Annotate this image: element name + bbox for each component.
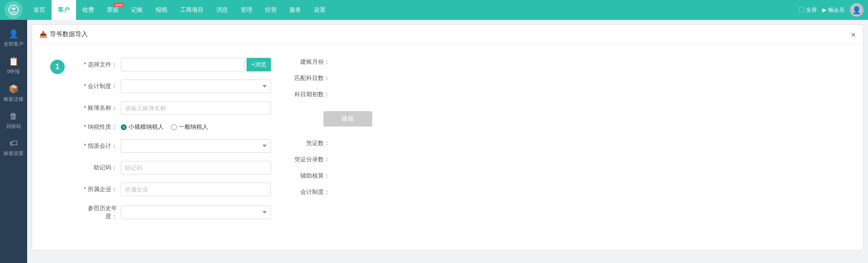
sidebar-label-migrate: 账套迁移 <box>4 96 24 103</box>
close-button[interactable]: × <box>851 30 856 40</box>
initial-balance-row: 科目期初数： <box>289 90 407 99</box>
ledger-name-label: * 账簿名称： <box>81 104 117 112</box>
tax-type-label: * 纳税性质： <box>81 123 117 131</box>
company-row: * 所属企业： <box>81 183 271 196</box>
accountant-select[interactable] <box>121 139 271 153</box>
nav-invoices[interactable]: 票据 new <box>100 0 125 20</box>
right-accounting-system-label: 会计制度： <box>289 188 330 196</box>
all-clients-icon: 👤 <box>9 29 19 39</box>
nav-operation[interactable]: 经营 <box>259 0 283 20</box>
trash-icon: 🗑 <box>9 112 18 121</box>
form-left: * 选择文件： +浏览 * 会计制度： <box>81 58 271 221</box>
history-year-row: 参照历史年度： <box>81 204 271 221</box>
nav-right: ⛶ 全屏 ▶ 畅会员 👤 <box>799 3 863 17</box>
declare-icon: 📋 <box>9 56 19 66</box>
build-month-label: 建账月份： <box>289 58 330 66</box>
ledger-name-input[interactable] <box>121 101 271 115</box>
radio-general-label: 一般纳税人 <box>179 123 208 131</box>
voucher-entries-row: 凭证分录数： <box>289 155 407 164</box>
browse-button[interactable]: +浏览 <box>247 58 271 71</box>
radio-small-input[interactable] <box>121 124 127 130</box>
voucher-entries-label: 凭证分录数： <box>289 155 330 164</box>
fullscreen-label: 全屏 <box>806 6 817 14</box>
radio-general-input[interactable] <box>171 124 177 130</box>
ledger-name-row: * 账簿名称： <box>81 101 271 115</box>
company-label: * 所属企业： <box>81 185 117 193</box>
nav-manage[interactable]: 管理 <box>234 0 259 20</box>
history-year-label: 参照历史年度： <box>81 204 117 221</box>
build-account-button[interactable]: 建账 <box>323 111 372 127</box>
sidebar: 👤 全部客户 📋 0申报 📦 账套迁移 🗑 回收站 🏷 标签设置 <box>0 20 27 263</box>
member-button[interactable]: ▶ 畅会员 <box>822 6 844 14</box>
migrate-icon: 📦 <box>9 84 19 94</box>
aux-accounting-label: 辅助核算： <box>289 172 330 180</box>
accounting-system-select[interactable] <box>121 80 271 93</box>
app-logo <box>5 1 23 19</box>
nav-settings[interactable]: 设置 <box>308 0 332 20</box>
file-input[interactable] <box>121 58 245 71</box>
vouchers-row: 凭证数： <box>289 139 407 147</box>
right-accounting-system-row: 会计制度： <box>289 188 407 196</box>
new-badge: new <box>114 3 124 7</box>
file-label: * 选择文件： <box>81 61 117 69</box>
tax-type-row: * 纳税性质： 小规模纳税人 一般纳税人 <box>81 123 271 131</box>
sidebar-label-declare: 0申报 <box>7 68 20 75</box>
tax-radio-group: 小规模纳税人 一般纳税人 <box>121 123 208 131</box>
accounting-system-label: * 会计制度： <box>81 82 117 90</box>
sidebar-label-all-clients: 全部客户 <box>4 41 24 47</box>
radio-small-label: 小规模纳税人 <box>128 123 164 131</box>
dialog-card: 📥 导爷数据导入 × 1 * 选择文件： <box>32 24 863 250</box>
step-indicator: 1 <box>50 58 65 74</box>
file-input-row: +浏览 <box>121 58 271 71</box>
nav-business[interactable]: 工商项目 <box>174 0 210 20</box>
nav-bookkeeping[interactable]: 记账 <box>125 0 149 20</box>
nav-items: 首页 客户 收费 票据 new 记账 报税 工商项目 消息 管理 经营 服务 设… <box>27 0 799 20</box>
radio-general-taxpayer[interactable]: 一般纳税人 <box>171 123 208 131</box>
step-circle: 1 <box>50 60 65 74</box>
accountant-row: * 指派会计： <box>81 139 271 153</box>
top-nav: 首页 客户 收费 票据 new 记账 报税 工商项目 消息 管理 经营 服务 设… <box>0 0 868 20</box>
initial-balance-label: 科目期初数： <box>289 90 330 99</box>
member-icon: ▶ <box>822 7 826 13</box>
aux-accounting-row: 辅助核算： <box>289 172 407 180</box>
avatar-icon: 👤 <box>852 6 861 14</box>
sidebar-item-all-clients[interactable]: 👤 全部客户 <box>0 24 27 52</box>
main-content: 📥 导爷数据导入 × 1 * 选择文件： <box>27 20 868 263</box>
nav-billing[interactable]: 收费 <box>76 0 100 20</box>
form-right: 建账月份： 匹配科目数： 科目期初数： 建账 <box>289 58 407 196</box>
build-month-row: 建账月份： <box>289 58 407 66</box>
nav-messages[interactable]: 消息 <box>210 0 234 20</box>
sidebar-item-declare[interactable]: 📋 0申报 <box>0 52 27 80</box>
nav-clients[interactable]: 客户 <box>52 0 76 20</box>
sidebar-label-tags: 标签设置 <box>4 150 24 157</box>
match-subjects-row: 匹配科目数： <box>289 74 407 82</box>
nav-tax[interactable]: 报税 <box>149 0 174 20</box>
company-input[interactable] <box>121 183 271 196</box>
memo-input[interactable] <box>121 161 271 174</box>
fullscreen-icon: ⛶ <box>799 7 804 13</box>
match-subjects-label: 匹配科目数： <box>289 74 330 82</box>
history-year-select[interactable] <box>121 206 271 219</box>
memo-row: 助记码： <box>81 161 271 174</box>
dialog-header: 📥 导爷数据导入 × <box>32 25 863 44</box>
vouchers-label: 凭证数： <box>289 139 330 147</box>
sidebar-item-tags[interactable]: 🏷 标签设置 <box>0 134 27 161</box>
main-layout: 👤 全部客户 📋 0申报 📦 账套迁移 🗑 回收站 🏷 标签设置 📥 导爷数据导… <box>0 20 868 263</box>
memo-label: 助记码： <box>81 164 117 172</box>
tags-icon: 🏷 <box>9 139 18 148</box>
dialog-body: 1 * 选择文件： +浏览 <box>32 44 863 234</box>
accounting-system-row: * 会计制度： <box>81 80 271 93</box>
file-row: * 选择文件： +浏览 <box>81 58 271 71</box>
radio-small-taxpayer[interactable]: 小规模纳税人 <box>121 123 164 131</box>
accountant-label: * 指派会计： <box>81 142 117 150</box>
member-label: 畅会员 <box>828 6 844 14</box>
nav-home[interactable]: 首页 <box>27 0 52 20</box>
user-avatar[interactable]: 👤 <box>850 3 863 17</box>
fullscreen-button[interactable]: ⛶ 全屏 <box>799 6 817 14</box>
dialog-title: 导爷数据导入 <box>50 30 88 38</box>
import-icon: 📥 <box>39 31 47 38</box>
sidebar-item-trash[interactable]: 🗑 回收站 <box>0 107 27 134</box>
nav-service[interactable]: 服务 <box>283 0 308 20</box>
sidebar-label-trash: 回收站 <box>6 123 21 130</box>
sidebar-item-migrate[interactable]: 📦 账套迁移 <box>0 80 27 107</box>
